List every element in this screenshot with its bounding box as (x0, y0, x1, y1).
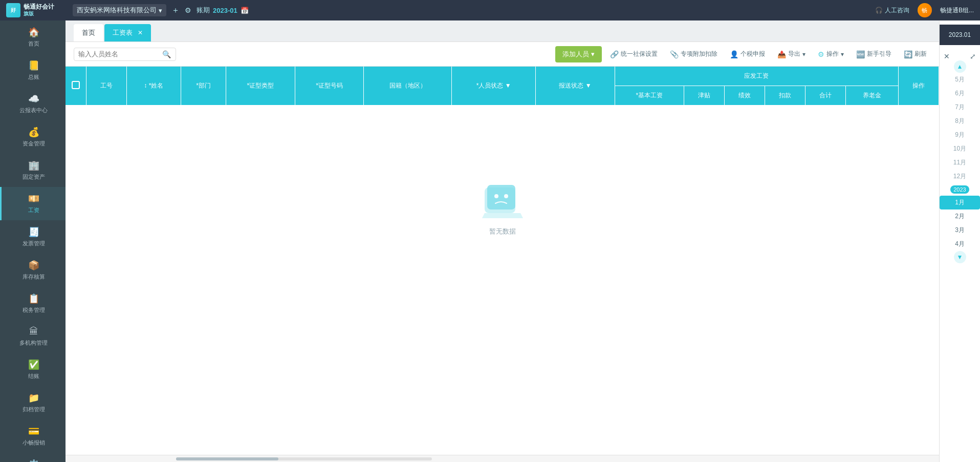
newbie-icon: 🆕 (856, 50, 865, 58)
sidebar: 🏠 首页 📒 总账 ☁️ 云报表中心 💰 资金管理 🏢 固定资产 💴 工资 🧾 … (0, 20, 66, 462)
search-wrapper[interactable]: 🔍 (74, 48, 176, 61)
th-operations: 操作 (898, 67, 939, 105)
tab-bar: 首页 工资表 ✕ (66, 20, 939, 42)
sidebar-item-funds[interactable]: 💰 资金管理 (0, 120, 66, 154)
th-allowance: 津贴 (684, 86, 724, 106)
month-item-aug[interactable]: 8月 (940, 114, 980, 128)
month-item-nov[interactable]: 11月 (940, 156, 980, 170)
company-selector[interactable]: 西安蚂米网络科技有限公司 ▾ (73, 4, 166, 16)
th-total: 合计 (805, 86, 846, 106)
svg-marker-4 (482, 213, 523, 218)
tax-filing-btn[interactable]: 👤 个税申报 (726, 48, 769, 60)
sidebar-item-multi-org[interactable]: 🏛 多机构管理 (0, 320, 66, 353)
scrollbar-thumb[interactable] (176, 457, 278, 460)
search-input[interactable] (78, 50, 160, 58)
refresh-btn[interactable]: 🔄 刷新 (900, 48, 931, 60)
ledger-icon: 📒 (28, 60, 39, 71)
settings-nav-icon: ⚙️ (28, 459, 39, 462)
scrollbar-area (66, 455, 939, 462)
sidebar-item-fixed-assets[interactable]: 🏢 固定资产 (0, 154, 66, 187)
month-item-oct[interactable]: 10月 (940, 142, 980, 156)
th-report-status[interactable]: 报送状态 ▼ (536, 67, 615, 105)
th-cert-type: *证型类型 (226, 67, 295, 105)
salary-icon: 💴 (28, 193, 39, 204)
invoice-icon: 🧾 (28, 226, 39, 238)
th-name[interactable]: ↕ *姓名 (126, 67, 181, 105)
month-item-apr[interactable]: 4月 (940, 237, 980, 251)
right-panel: 2023.01 ✕ ⤢ ▲ 5月 6月 7月 8月 9月 10月 11月 12月… (939, 20, 980, 462)
sidebar-item-home[interactable]: 🏠 首页 (0, 20, 66, 54)
tab-salary-table[interactable]: 工资表 ✕ (104, 24, 151, 41)
date-up-button[interactable]: ▲ (954, 60, 966, 73)
close-account-icon: ✅ (28, 359, 39, 370)
chevron-down-icon: ▾ (802, 51, 805, 58)
headset-icon: 🎧 (875, 7, 883, 14)
cloud-icon: ☁️ (28, 93, 39, 104)
empty-icon (477, 180, 528, 221)
settings-icon[interactable]: ⚙ (185, 6, 191, 14)
logo-area: 好 畅通好会计 旗版 (6, 3, 68, 17)
export-btn[interactable]: 📤 导出 ▾ (773, 48, 810, 60)
th-deduction: 扣款 (765, 86, 805, 106)
th-performance: 绩效 (724, 86, 765, 106)
sidebar-item-invoice[interactable]: 🧾 发票管理 (0, 220, 66, 254)
month-item-feb[interactable]: 2月 (940, 209, 980, 223)
month-item-jan[interactable]: 1月 (940, 196, 980, 209)
calendar-icon[interactable]: 📅 (241, 7, 249, 14)
sidebar-item-archive[interactable]: 📁 归档管理 (0, 386, 66, 419)
chevron-down-icon: ▾ (591, 50, 595, 58)
tab-home[interactable]: 首页 (74, 24, 103, 41)
select-all-th[interactable] (66, 67, 86, 105)
assets-icon: 🏢 (28, 160, 39, 171)
svg-rect-1 (487, 185, 515, 209)
table-wrapper[interactable]: 工号 ↕ *姓名 *部门 *证型类型 *证型号码 国籍（地区） *人员状态 ▼ … (66, 67, 939, 455)
expand-panel-icon[interactable]: ⤢ (970, 52, 976, 60)
sidebar-item-cloud-report[interactable]: ☁️ 云报表中心 (0, 87, 66, 120)
th-cert-num: *证型号码 (295, 67, 364, 105)
sidebar-item-settings[interactable]: ⚙️ 基础设置 (0, 453, 66, 462)
close-panel-icon[interactable]: ✕ (944, 52, 950, 60)
refresh-icon: 🔄 (904, 50, 912, 58)
th-person-status[interactable]: *人员状态 ▼ (452, 67, 536, 105)
data-table: 工号 ↕ *姓名 *部门 *证型类型 *证型号码 国籍（地区） *人员状态 ▼ … (66, 67, 939, 106)
inventory-icon: 📦 (28, 260, 39, 271)
sidebar-item-ledger[interactable]: 📒 总账 (0, 54, 66, 87)
archive-icon: 📁 (28, 392, 39, 404)
tab-close-btn[interactable]: ✕ (138, 29, 143, 36)
sidebar-item-salary[interactable]: 💴 工资 (0, 187, 66, 220)
tax-filing-icon: 👤 (730, 50, 738, 58)
expense-icon: 💳 (28, 426, 39, 437)
human-service-btn[interactable]: 🎧 人工咨询 (875, 6, 909, 15)
select-all-checkbox[interactable] (72, 81, 80, 89)
tax-icon: 📋 (28, 293, 39, 304)
scrollbar-track[interactable] (176, 457, 432, 460)
avatar[interactable]: 畅 (918, 3, 932, 17)
social-security-btn[interactable]: 🔗 统一社保设置 (606, 48, 662, 60)
sidebar-item-inventory[interactable]: 📦 库存核算 (0, 254, 66, 287)
sidebar-item-close-account[interactable]: ✅ 结账 (0, 353, 66, 386)
th-number: 工号 (86, 67, 126, 105)
year-badge: 2023 (950, 185, 969, 194)
special-deduction-btn[interactable]: 📎 专项附加扣除 (666, 48, 722, 60)
export-icon: 📤 (777, 50, 786, 58)
sidebar-item-expense[interactable]: 💳 小畅报销 (0, 419, 66, 453)
table-header-row: 工号 ↕ *姓名 *部门 *证型类型 *证型号码 国籍（地区） *人员状态 ▼ … (66, 67, 939, 86)
month-item-jun[interactable]: 6月 (940, 87, 980, 100)
date-down-button[interactable]: ▼ (954, 251, 966, 263)
add-person-button[interactable]: 添加人员 ▾ (555, 46, 602, 62)
month-item-sep[interactable]: 9月 (940, 128, 980, 142)
content-area: 首页 工资表 ✕ 🔍 添加人员 ▾ 🔗 统一社保设置 📎 (66, 20, 939, 462)
th-dept: *部门 (181, 67, 226, 105)
search-icon: 🔍 (162, 50, 171, 58)
newbie-guide-btn[interactable]: 🆕 新手引导 (852, 48, 896, 60)
chevron-down-icon: ▾ (159, 7, 162, 14)
month-item-mar[interactable]: 3月 (940, 223, 980, 237)
add-icon[interactable]: ＋ (171, 5, 180, 16)
month-item-jul[interactable]: 7月 (940, 100, 980, 114)
right-panel-top: 2023.01 (940, 25, 980, 45)
sidebar-item-tax[interactable]: 📋 税务管理 (0, 287, 66, 320)
toolbar: 🔍 添加人员 ▾ 🔗 统一社保设置 📎 专项附加扣除 👤 个税申报 📤 导出 (66, 42, 939, 67)
month-item-dec[interactable]: 12月 (940, 170, 980, 183)
operations-btn[interactable]: ⚙ 操作 ▾ (814, 48, 848, 60)
month-item-may[interactable]: 5月 (940, 73, 980, 87)
